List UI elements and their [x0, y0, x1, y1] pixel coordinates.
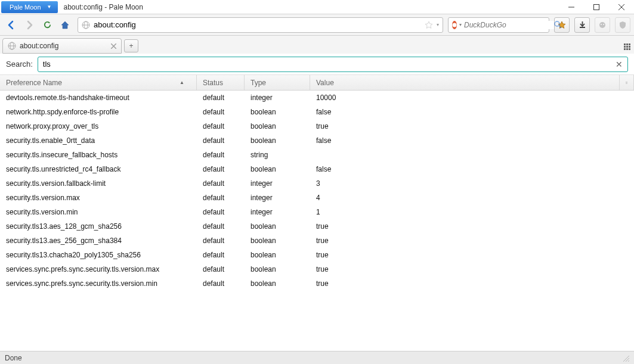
close-button[interactable]: [609, 0, 634, 14]
svg-rect-27: [626, 82, 627, 83]
tab-close-icon[interactable]: [111, 43, 116, 49]
svg-rect-22: [626, 46, 628, 48]
pref-name: devtools.remote.tls-handshake-timeout: [0, 94, 197, 102]
pref-status: default: [197, 151, 245, 159]
svg-rect-18: [624, 43, 626, 45]
engine-dropdown-icon[interactable]: ▾: [459, 22, 462, 27]
ublock-button[interactable]: [615, 17, 630, 33]
pref-type: boolean: [245, 136, 310, 145]
table-row[interactable]: security.tls13.chacha20_poly1305_sha256d…: [0, 248, 634, 262]
pref-status: default: [197, 122, 245, 130]
pref-status: default: [197, 179, 245, 188]
pref-type: integer: [245, 94, 310, 102]
new-tab-button[interactable]: +: [124, 39, 138, 52]
column-picker-button[interactable]: [620, 75, 634, 90]
svg-point-12: [603, 24, 604, 25]
pref-status: default: [197, 136, 245, 145]
pref-name: security.tls13.aes_256_gcm_sha384: [0, 237, 197, 245]
back-button[interactable]: [4, 17, 19, 33]
reload-button[interactable]: [39, 17, 55, 33]
globe-icon: [8, 42, 16, 50]
svg-rect-21: [624, 46, 626, 48]
table-row[interactable]: security.tls.unrestricted_rc4_fallbackde…: [0, 162, 634, 176]
maximize-button[interactable]: [584, 0, 609, 14]
pref-value: true: [310, 251, 634, 259]
table-row[interactable]: security.tls13.aes_128_gcm_sha256default…: [0, 219, 634, 234]
pref-value: true: [310, 222, 634, 231]
navigation-toolbar: ▾ ▾: [0, 14, 634, 36]
search-bar[interactable]: ▾: [448, 17, 549, 33]
table-row[interactable]: security.tls13.aes_256_gcm_sha384default…: [0, 234, 634, 248]
pref-type: boolean: [245, 251, 310, 259]
tab-aboutconfig[interactable]: about:config: [2, 38, 122, 54]
svg-rect-1: [594, 4, 599, 10]
pref-type: boolean: [245, 222, 310, 231]
config-search-row: Search: ✕: [0, 54, 634, 75]
svg-rect-26: [629, 48, 630, 50]
pref-value: 10000: [310, 94, 634, 102]
table-row[interactable]: security.tls.insecure_fallback_hostsdefa…: [0, 148, 634, 162]
pref-value: 3: [310, 179, 634, 188]
svg-rect-23: [629, 46, 630, 48]
column-header-type[interactable]: Type: [245, 75, 310, 90]
pref-type: string: [245, 151, 310, 159]
pref-type: boolean: [245, 165, 310, 173]
table-row[interactable]: security.tls.version.maxdefaultinteger4: [0, 191, 634, 205]
pref-status: default: [197, 222, 245, 231]
pref-name: services.sync.prefs.sync.security.tls.ve…: [0, 279, 197, 288]
table-row[interactable]: devtools.remote.tls-handshake-timeoutdef…: [0, 91, 634, 105]
svg-point-10: [599, 22, 605, 28]
pref-name: security.tls.unrestricted_rc4_fallback: [0, 165, 197, 173]
column-header-name[interactable]: Preference Name▲: [0, 75, 197, 90]
preference-table-body: devtools.remote.tls-handshake-timeoutdef…: [0, 91, 634, 351]
pref-type: boolean: [245, 108, 310, 116]
table-row[interactable]: network.http.spdy.enforce-tls-profiledef…: [0, 105, 634, 119]
pref-name: network.http.spdy.enforce-tls-profile: [0, 108, 197, 116]
column-header-status[interactable]: Status: [197, 75, 245, 90]
bookmark-star-icon[interactable]: [425, 21, 433, 29]
greasemonkey-button[interactable]: [595, 17, 610, 33]
search-go-icon[interactable]: [554, 21, 562, 29]
app-menu-button[interactable]: Pale Moon ▼: [1, 1, 58, 13]
pref-status: default: [197, 108, 245, 116]
url-input[interactable]: [94, 20, 425, 29]
pref-type: boolean: [245, 265, 310, 273]
app-menu-label: Pale Moon: [10, 4, 41, 11]
pref-value: true: [310, 122, 634, 130]
pref-status: default: [197, 251, 245, 259]
pref-status: default: [197, 279, 245, 288]
svg-point-11: [601, 24, 602, 25]
column-header-value[interactable]: Value: [310, 75, 620, 90]
resize-grip-icon[interactable]: [622, 354, 629, 362]
pref-type: integer: [245, 194, 310, 202]
dropdown-marker-icon[interactable]: ▾: [437, 22, 439, 27]
window-title: about:config - Pale Moon: [64, 3, 143, 11]
home-button[interactable]: [57, 17, 73, 33]
table-row[interactable]: network.proxy.proxy_over_tlsdefaultboole…: [0, 119, 634, 133]
table-row[interactable]: services.sync.prefs.sync.security.tls.ve…: [0, 262, 634, 276]
svg-line-9: [559, 26, 561, 28]
config-search-input[interactable]: [43, 60, 616, 69]
pref-type: integer: [245, 179, 310, 188]
pref-name: security.tls.enable_0rtt_data: [0, 136, 197, 145]
pref-name: security.tls.insecure_fallback_hosts: [0, 151, 197, 159]
url-bar[interactable]: ▾: [78, 17, 443, 33]
minimize-button[interactable]: [559, 0, 584, 14]
svg-point-8: [555, 21, 559, 26]
table-row[interactable]: services.sync.prefs.sync.security.tls.ve…: [0, 276, 634, 291]
table-row[interactable]: security.tls.version.mindefaultinteger1: [0, 205, 634, 219]
sort-ascending-icon: ▲: [180, 80, 184, 85]
pref-type: boolean: [245, 237, 310, 245]
config-search-field[interactable]: ✕: [38, 57, 628, 72]
svg-point-7: [453, 23, 457, 27]
forward-button[interactable]: [21, 17, 37, 33]
pref-status: default: [197, 265, 245, 273]
table-row[interactable]: security.tls.version.fallback-limitdefau…: [0, 176, 634, 191]
pref-type: boolean: [245, 279, 310, 288]
downloads-button[interactable]: [574, 17, 590, 33]
clear-search-icon[interactable]: ✕: [616, 60, 623, 69]
all-tabs-button[interactable]: [623, 43, 630, 50]
search-engine-input[interactable]: [464, 21, 554, 29]
table-row[interactable]: security.tls.enable_0rtt_datadefaultbool…: [0, 133, 634, 148]
pref-status: default: [197, 237, 245, 245]
